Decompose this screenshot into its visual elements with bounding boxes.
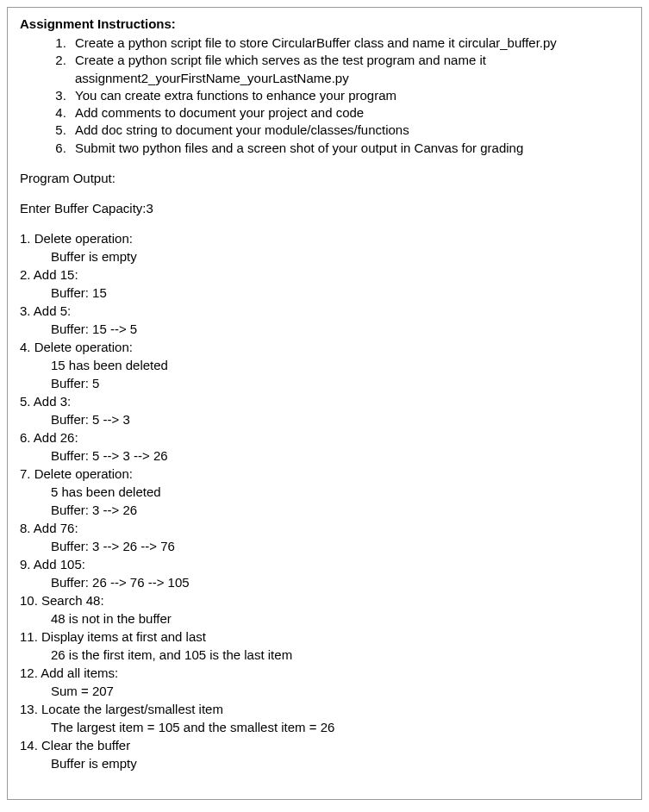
instructions-heading: Assignment Instructions: <box>20 15 629 33</box>
op-detail: 48 is not in the buffer <box>20 609 629 628</box>
op-title: 3. Add 5: <box>20 302 629 320</box>
op-detail: 26 is the first item, and 105 is the las… <box>20 646 629 664</box>
op-detail: Buffer: 5 --> 3 --> 26 <box>20 447 629 465</box>
instruction-item: Create a python script file which serves… <box>70 52 629 87</box>
op-title: 13. Locate the largest/smallest item <box>20 700 629 718</box>
op-detail: Buffer: 15 --> 5 <box>20 320 629 338</box>
instruction-item: Create a python script file to store Cir… <box>70 34 629 52</box>
op-detail: Buffer: 5 <box>20 374 629 392</box>
instructions-list: Create a python script file to store Cir… <box>20 34 629 157</box>
op-title: 7. Delete operation: <box>20 465 629 483</box>
instruction-item: Submit two python files and a screen sho… <box>70 140 629 157</box>
op-title: 8. Add 76: <box>20 519 629 537</box>
output-operations: 1. Delete operation:Buffer is empty2. Ad… <box>20 229 629 772</box>
op-title: 1. Delete operation: <box>20 229 629 247</box>
instruction-item: Add comments to document your project an… <box>70 104 629 122</box>
op-title: 11. Display items at first and last <box>20 628 629 646</box>
op-detail: Buffer is empty <box>20 754 629 772</box>
op-title: 5. Add 3: <box>20 392 629 410</box>
op-title: 12. Add all items: <box>20 664 629 682</box>
op-title: 6. Add 26: <box>20 428 629 447</box>
op-title: 9. Add 105: <box>20 555 629 573</box>
op-detail: Buffer: 3 --> 26 --> 76 <box>20 537 629 555</box>
program-output-heading: Program Output: <box>20 169 629 187</box>
op-detail: Buffer: 5 --> 3 <box>20 410 629 428</box>
op-detail: 15 has been deleted <box>20 356 629 374</box>
op-title: 2. Add 15: <box>20 265 629 284</box>
document-frame: Assignment Instructions: Create a python… <box>7 7 642 800</box>
op-detail: Buffer: 26 --> 76 --> 105 <box>20 573 629 591</box>
op-detail: Buffer: 15 <box>20 284 629 302</box>
instruction-item: Add doc string to document your module/c… <box>70 122 629 139</box>
op-detail: Buffer: 3 --> 26 <box>20 501 629 519</box>
op-detail: The largest item = 105 and the smallest … <box>20 718 629 736</box>
entry-line: Enter Buffer Capacity:3 <box>20 199 629 217</box>
op-title: 4. Delete operation: <box>20 338 629 356</box>
op-detail: Buffer is empty <box>20 247 629 265</box>
instruction-item: You can create extra functions to enhanc… <box>70 87 629 104</box>
op-title: 10. Search 48: <box>20 591 629 609</box>
op-detail: 5 has been deleted <box>20 483 629 501</box>
op-title: 14. Clear the buffer <box>20 736 629 754</box>
op-detail: Sum = 207 <box>20 682 629 700</box>
